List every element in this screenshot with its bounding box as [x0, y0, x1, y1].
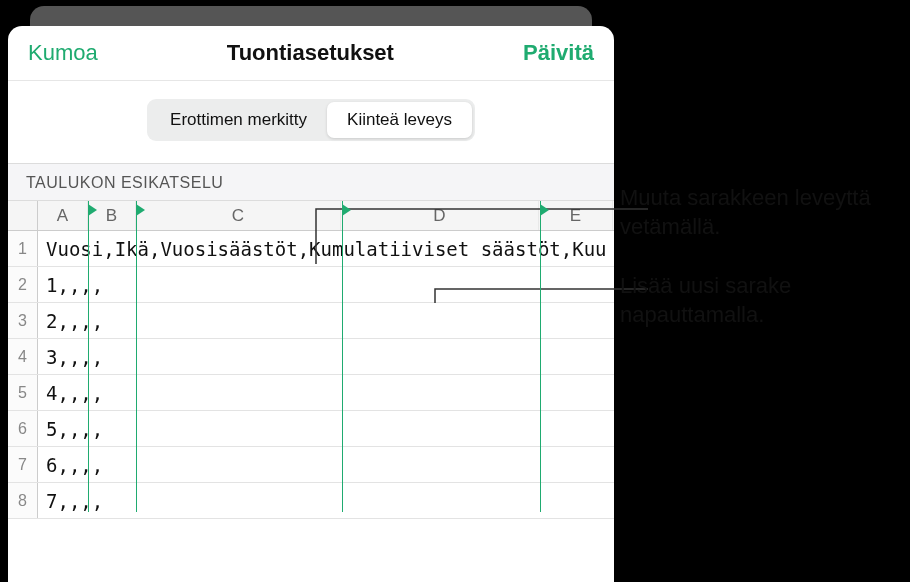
column-divider[interactable]	[342, 201, 343, 512]
table-row: 7 6,,,,	[8, 447, 614, 483]
row-number: 1	[8, 231, 38, 266]
rownum-spacer	[8, 201, 38, 230]
table-row: 8 7,,,,	[8, 483, 614, 519]
row-text: Vuosi,Ikä,Vuosisäästöt,Kumulatiiviset sä…	[38, 238, 607, 260]
row-number: 8	[8, 483, 38, 518]
annotation-tap: Lisää uusi sarake napauttamalla.	[620, 272, 900, 329]
table-preview[interactable]: A B C D E 1 Vuosi,Ikä,Vuosisäästöt,Kumul…	[8, 201, 614, 582]
done-button[interactable]: Päivitä	[523, 40, 594, 66]
column-divider[interactable]	[88, 201, 89, 512]
section-header: TAULUKON ESIKATSELU	[8, 163, 614, 201]
modal-title: Tuontiasetukset	[227, 40, 394, 66]
segment-fixed-width[interactable]: Kiinteä leveys	[327, 102, 472, 138]
table-row: 3 2,,,,	[8, 303, 614, 339]
row-number: 2	[8, 267, 38, 302]
table-row: 5 4,,,,	[8, 375, 614, 411]
col-header-d[interactable]: D	[341, 201, 539, 230]
table-row: 1 Vuosi,Ikä,Vuosisäästöt,Kumulatiiviset …	[8, 231, 614, 267]
row-number: 3	[8, 303, 38, 338]
row-text: 5,,,,	[38, 418, 103, 440]
col-header-e[interactable]: E	[539, 201, 613, 230]
column-handle-icon[interactable]	[540, 204, 549, 216]
column-divider[interactable]	[136, 201, 137, 512]
row-number: 4	[8, 339, 38, 374]
cancel-button[interactable]: Kumoa	[28, 40, 98, 66]
segmented-control: Erottimen merkitty Kiinteä leveys	[147, 99, 475, 141]
nav-bar: Kumoa Tuontiasetukset Päivitä	[8, 26, 614, 81]
segmented-control-wrap: Erottimen merkitty Kiinteä leveys	[8, 81, 614, 163]
row-text: 7,,,,	[38, 490, 103, 512]
column-handle-icon[interactable]	[136, 204, 145, 216]
table-row: 2 1,,,,	[8, 267, 614, 303]
row-text: 2,,,,	[38, 310, 103, 332]
row-text: 6,,,,	[38, 454, 103, 476]
row-text: 3,,,,	[38, 346, 103, 368]
annotation-drag: Muuta sarakkeen leveyttä vetämällä.	[620, 184, 900, 241]
col-header-c[interactable]: C	[136, 201, 341, 230]
table-row: 4 3,,,,	[8, 339, 614, 375]
table-row: 6 5,,,,	[8, 411, 614, 447]
row-number: 6	[8, 411, 38, 446]
import-settings-modal: Kumoa Tuontiasetukset Päivitä Erottimen …	[8, 26, 614, 582]
row-text: 4,,,,	[38, 382, 103, 404]
col-header-a[interactable]: A	[38, 201, 88, 230]
column-divider[interactable]	[540, 201, 541, 512]
column-handle-icon[interactable]	[88, 204, 97, 216]
row-text: 1,,,,	[38, 274, 103, 296]
row-number: 5	[8, 375, 38, 410]
segment-delimited[interactable]: Erottimen merkitty	[150, 102, 327, 138]
column-headers: A B C D E	[8, 201, 614, 231]
row-number: 7	[8, 447, 38, 482]
column-handle-icon[interactable]	[342, 204, 351, 216]
